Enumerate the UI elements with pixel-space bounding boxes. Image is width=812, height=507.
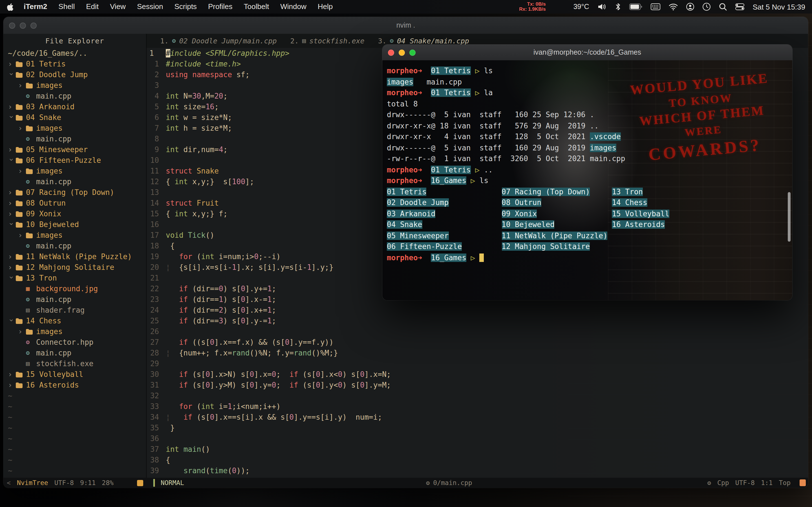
tree-item-08-outrun[interactable]: ›08 Outrun: [3, 198, 146, 209]
code-segment: ) s[: [342, 370, 360, 379]
line-number: 19: [147, 251, 166, 262]
menu-edit[interactable]: Edit: [80, 0, 104, 13]
tree-item-13-tron[interactable]: ›13 Tron: [3, 273, 146, 283]
tree-item-16-asteroids[interactable]: ›16 Asteroids: [3, 380, 146, 390]
terminal-titlebar[interactable]: ivan@morpheo:~/code/16_Games: [382, 45, 792, 60]
line-number: 28: [147, 348, 166, 358]
zoom-button[interactable]: [31, 22, 37, 29]
close-button[interactable]: [388, 49, 394, 55]
tree-item-shader-frag[interactable]: ▤shader.frag: [3, 305, 146, 316]
tree-item-01-tetris[interactable]: ›01 Tetris: [3, 59, 146, 69]
volume-icon[interactable]: [598, 3, 607, 10]
tree-item-main-cpp[interactable]: ⚙main.cpp: [3, 91, 146, 101]
code-segment: if: [289, 381, 298, 389]
terminal-scrollbar[interactable]: [788, 192, 791, 242]
file-explorer-root-path[interactable]: ~/code/16_Games/..: [3, 48, 146, 59]
tree-item-main-cpp[interactable]: ⚙main.cpp: [3, 240, 146, 251]
tree-item-connector-hpp[interactable]: ⚙Connector.hpp: [3, 337, 146, 348]
folder-icon: [16, 318, 26, 324]
battery-icon[interactable]: [629, 3, 642, 10]
folder-icon: [16, 158, 26, 163]
tree-item-background-jpg[interactable]: ▦background.jpg: [3, 283, 146, 294]
code-segment: [166, 338, 179, 346]
arrow-spacer: [18, 242, 26, 250]
iterm-terminal-window[interactable]: WOULD YOU LIKETO KNOWWHICH OF THEMWERECO…: [382, 45, 792, 300]
control-center-icon[interactable]: [735, 3, 744, 10]
line-number: 20: [147, 262, 166, 273]
temperature-indicator[interactable]: 39°C: [573, 3, 589, 11]
menu-window[interactable]: Window: [274, 0, 312, 13]
time-machine-icon[interactable]: [703, 3, 711, 11]
code-segment: 0: [254, 252, 259, 261]
status-1-1: 1:1: [761, 479, 773, 487]
code-segment: 0: [289, 413, 294, 421]
menu-profiles[interactable]: Profiles: [202, 0, 238, 13]
chevron-down-icon: ›: [7, 275, 16, 283]
menu-iterm2[interactable]: iTerm2: [18, 0, 53, 13]
user-account-icon[interactable]: [686, 3, 694, 11]
tree-item-images[interactable]: ›images: [3, 230, 146, 240]
tree-item-images[interactable]: ›images: [3, 326, 146, 337]
folder-icon: [16, 147, 26, 152]
cpp-file-icon: ⚙: [26, 135, 36, 143]
menu-scripts[interactable]: Scripts: [168, 0, 202, 13]
menu-help[interactable]: Help: [312, 0, 339, 13]
menu-bar-clock[interactable]: Sat 5 Nov 15:39: [753, 3, 805, 11]
apple-menu-icon[interactable]: [7, 3, 13, 11]
tree-item-11-netwalk-pipe-puzzle[interactable]: ›11 NetWalk (Pipe Puzzle): [3, 251, 146, 262]
tree-item-main-cpp[interactable]: ⚙main.cpp: [3, 294, 146, 305]
tree-item-14-chess[interactable]: ›14 Chess: [3, 316, 146, 326]
tree-item-05-minesweeper[interactable]: ›05 Minesweeper: [3, 144, 146, 155]
tree-item-10-bejeweled[interactable]: ›10 Bejeweled: [3, 219, 146, 230]
arrow-spacer: [18, 306, 26, 314]
tree-item-04-snake[interactable]: ›04 Snake: [3, 112, 146, 123]
tree-item-06-fifteen-puzzle[interactable]: ›06 Fifteen-Puzzle: [3, 155, 146, 166]
nvim-window-titlebar[interactable]: nvim .: [3, 17, 808, 34]
tree-item-images[interactable]: ›images: [3, 166, 146, 176]
wifi-icon[interactable]: [669, 3, 678, 10]
code-line: 26: [147, 326, 808, 337]
network-stats[interactable]: Tx: 0B/s Rx: 1.9KB/s: [519, 1, 546, 12]
menu-view[interactable]: View: [104, 0, 132, 13]
tree-item-09-xonix[interactable]: ›09 Xonix: [3, 209, 146, 219]
zoom-button[interactable]: [409, 49, 416, 55]
bluetooth-icon[interactable]: [615, 3, 621, 11]
tree-item-12-mahjong-solitaire[interactable]: ›12 Mahjong Solitaire: [3, 262, 146, 273]
tree-item-main-cpp[interactable]: ⚙main.cpp: [3, 176, 146, 187]
nvimtree-file-explorer[interactable]: File Explorer ~/code/16_Games/.. ›01 Tet…: [3, 34, 147, 478]
tree-item-15-volleyball[interactable]: ›15 Volleyball: [3, 369, 146, 380]
minimize-button[interactable]: [20, 22, 26, 29]
menu-shell[interactable]: Shell: [53, 0, 80, 13]
close-button[interactable]: [9, 22, 15, 29]
code-segment: [166, 317, 179, 325]
tree-item-07-racing-top-down[interactable]: ›07 Racing (Top Down): [3, 187, 146, 198]
tree-item-images[interactable]: ›images: [3, 80, 146, 91]
keyboard-input-icon[interactable]: [651, 3, 660, 10]
buffer-tab-02-doodle-jump-main-cpp[interactable]: 1.⚙02 Doodle Jump/main.cpp: [153, 34, 284, 48]
tree-item-main-cpp[interactable]: ⚙main.cpp: [3, 133, 146, 144]
tree-item-stockfish-exe[interactable]: ▤stockfish.exe: [3, 358, 146, 369]
tree-item-images[interactable]: ›images: [3, 123, 146, 133]
status-cpp: Cpp: [717, 479, 729, 487]
folder-icon: [16, 72, 26, 77]
menu-toolbelt[interactable]: Toolbelt: [238, 0, 275, 13]
directory-name: 06 Fifteen-Puzzle: [387, 242, 462, 251]
code-segment: [166, 295, 179, 304]
code-segment: ].y==f.y)): [289, 338, 334, 346]
search-icon[interactable]: [719, 3, 727, 11]
code-segment: (dir==: [188, 284, 219, 293]
code-segment: [184, 231, 188, 239]
tree-item-02-doodle-jump[interactable]: ›02 Doodle Jump: [3, 69, 146, 80]
terminal-text: [426, 187, 502, 196]
line-number: 24: [147, 305, 166, 316]
menu-session[interactable]: Session: [132, 0, 169, 13]
terminal-content[interactable]: morpheo➜ 01 Tetris ▷ lsimages main.cppmo…: [382, 65, 792, 263]
buffer-tab-stockfish-exe[interactable]: 2.▤stockfish.exe: [284, 34, 371, 48]
minimize-button[interactable]: [399, 49, 405, 55]
tree-item-main-cpp[interactable]: ⚙main.cpp: [3, 348, 146, 358]
tree-item-03-arkanoid[interactable]: ›03 Arkanoid: [3, 101, 146, 112]
terminal-text: ..: [479, 165, 493, 174]
code-segment: rand: [294, 349, 312, 357]
code-segment: (: [192, 402, 201, 411]
line-number: 22: [147, 283, 166, 294]
